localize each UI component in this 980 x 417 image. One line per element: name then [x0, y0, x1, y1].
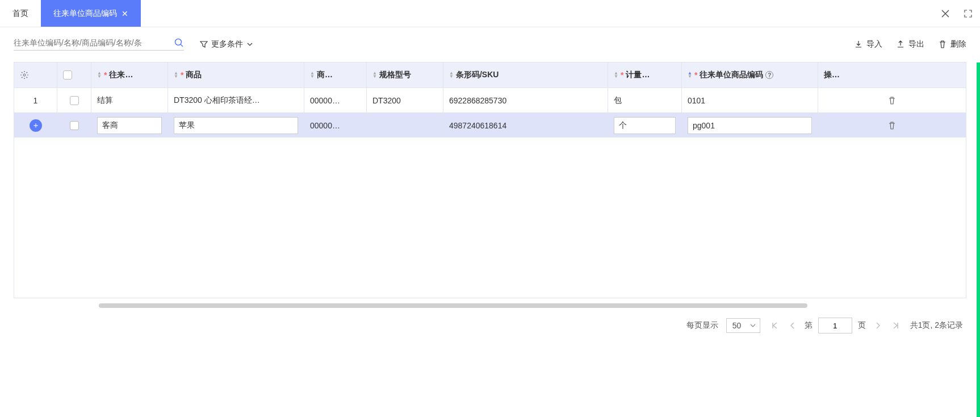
help-icon[interactable]: ? — [765, 71, 773, 79]
header-checkbox[interactable] — [57, 62, 91, 87]
page-nav: 第 页 — [768, 318, 902, 333]
more-filter-button[interactable]: 更多条件 — [200, 39, 253, 49]
pagination: 每页显示 50 第 页 共1页, 2条记录 — [0, 310, 980, 341]
table-body: 1 结算 DT3200 心相印茶语经… 00000… DT3200 692286… — [14, 87, 966, 298]
tab-home-label: 首页 — [12, 9, 28, 19]
last-page-button[interactable] — [890, 319, 902, 332]
sort-icon: ▲▼ — [372, 72, 377, 78]
tab-bar: 首页 往来单位商品编码 ✕ — [0, 0, 980, 27]
chevron-down-icon — [246, 41, 253, 48]
cell-prodcode: 00000… — [304, 88, 367, 112]
tab-active-label: 往来单位商品编码 — [53, 9, 117, 19]
cell-partner-code[interactable]: 0101 — [682, 88, 818, 112]
cell-checkbox[interactable] — [57, 113, 91, 137]
row-delete-button[interactable] — [887, 121, 897, 130]
scrollbar-thumb[interactable] — [99, 303, 807, 308]
prev-page-button[interactable] — [786, 319, 799, 332]
cell-prodcode: 00000… — [304, 113, 367, 137]
header-partner-code-label: 往来单位商品编码 — [700, 70, 763, 80]
fullscreen-icon[interactable] — [962, 7, 974, 20]
filter-icon — [200, 40, 208, 48]
per-page-select[interactable]: 50 — [726, 318, 760, 333]
header-actions: 操… — [818, 62, 966, 87]
header-unit-label: 计量… — [626, 70, 650, 80]
add-row-button[interactable]: ＋ — [30, 119, 42, 132]
cell-action — [818, 113, 966, 137]
import-button[interactable]: 导入 — [854, 39, 882, 49]
header-prodcode[interactable]: ▲▼ 商… — [304, 62, 367, 87]
data-table: ▲▼ *往来… ▲▼ *商品 ▲▼ 商… ▲▼ 规格型号 ▲▼ 条形码/SKU … — [14, 62, 966, 298]
header-actions-label: 操… — [824, 70, 840, 80]
page-suffix: 页 — [858, 320, 866, 331]
header-spec[interactable]: ▲▼ 规格型号 — [367, 62, 443, 87]
row-delete-button[interactable] — [887, 96, 897, 105]
delete-button[interactable]: 删除 — [938, 39, 966, 49]
header-partner-code[interactable]: ▲▼ *往来单位商品编码 ? — [682, 62, 818, 87]
header-prodcode-label: 商… — [317, 70, 333, 80]
cell-partner[interactable]: 结算 — [91, 88, 168, 112]
cell-unit[interactable]: 个 — [608, 113, 682, 137]
cell-barcode: 4987240618614 — [443, 113, 608, 137]
search-icon[interactable] — [174, 37, 184, 48]
cell-spec: DT3200 — [367, 88, 443, 112]
header-settings[interactable] — [14, 62, 57, 87]
partner-input[interactable]: 客商 — [97, 117, 162, 134]
sort-icon: ▲▼ — [310, 72, 315, 78]
cell-unit[interactable]: 包 — [608, 88, 682, 112]
per-page-value: 50 — [732, 321, 742, 330]
header-spec-label: 规格型号 — [379, 70, 411, 80]
table-header-row: ▲▼ *往来… ▲▼ *商品 ▲▼ 商… ▲▼ 规格型号 ▲▼ 条形码/SKU … — [14, 62, 966, 87]
header-partner[interactable]: ▲▼ *往来… — [91, 62, 168, 87]
search-input-wrap — [14, 37, 184, 51]
header-partner-label: 往来… — [109, 70, 133, 80]
page-summary: 共1页, 2条记录 — [910, 320, 963, 331]
cell-spec — [367, 113, 443, 137]
close-icon[interactable]: ✕ — [122, 9, 128, 18]
table-row[interactable]: 1 结算 DT3200 心相印茶语经… 00000… DT3200 692286… — [14, 87, 966, 112]
header-barcode-label: 条形码/SKU — [456, 70, 499, 80]
tab-bar-actions — [939, 0, 974, 27]
cell-product[interactable]: 苹果 — [168, 113, 304, 137]
cell-checkbox[interactable] — [57, 88, 91, 112]
trash-icon — [938, 40, 947, 49]
sort-icon: ▲▼ — [174, 72, 178, 78]
import-label: 导入 — [866, 39, 882, 49]
horizontal-scrollbar[interactable] — [14, 302, 966, 310]
import-icon — [854, 40, 863, 49]
svg-point-0 — [175, 39, 182, 45]
next-page-button[interactable] — [872, 319, 884, 332]
header-barcode[interactable]: ▲▼ 条形码/SKU — [443, 62, 608, 87]
cell-partner[interactable]: 客商 — [91, 113, 168, 137]
export-icon — [896, 40, 905, 49]
page-prefix: 第 — [805, 320, 813, 331]
table-row[interactable]: ＋ 客商 苹果 00000… 4987240618614 个 pg001 — [14, 112, 966, 137]
page-input[interactable] — [818, 318, 852, 333]
header-product-label: 商品 — [186, 70, 202, 80]
gear-icon — [20, 70, 29, 80]
tab-partner-product-code[interactable]: 往来单位商品编码 ✕ — [41, 0, 141, 27]
more-filter-label: 更多条件 — [211, 39, 243, 49]
toolbar: 更多条件 导入 导出 删除 — [0, 27, 980, 57]
first-page-button[interactable] — [768, 319, 781, 332]
sort-icon: ▲▼ — [97, 72, 102, 78]
right-accent-bar — [977, 62, 980, 341]
cell-index: 1 — [14, 88, 57, 112]
product-input[interactable]: 苹果 — [174, 117, 298, 134]
toolbar-right: 导入 导出 删除 — [854, 39, 966, 49]
cell-partner-code[interactable]: pg001 — [682, 113, 818, 137]
cell-product[interactable]: DT3200 心相印茶语经… — [168, 88, 304, 112]
chevron-down-icon — [749, 322, 756, 329]
unit-input[interactable]: 个 — [614, 117, 676, 134]
cell-barcode: 6922868285730 — [443, 88, 608, 112]
per-page-label: 每页显示 — [686, 320, 718, 331]
header-product[interactable]: ▲▼ *商品 — [168, 62, 304, 87]
export-label: 导出 — [908, 39, 924, 49]
tab-home[interactable]: 首页 — [0, 0, 41, 27]
close-all-icon[interactable] — [939, 7, 952, 20]
search-input[interactable] — [14, 38, 174, 47]
sort-icon: ▲▼ — [614, 72, 618, 78]
code-input[interactable]: pg001 — [688, 117, 812, 134]
export-button[interactable]: 导出 — [896, 39, 924, 49]
header-unit[interactable]: ▲▼ *计量… — [608, 62, 682, 87]
cell-action — [818, 88, 966, 112]
